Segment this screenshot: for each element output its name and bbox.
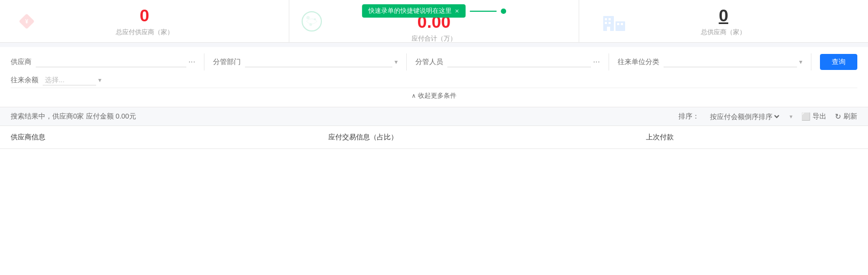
table-body [0, 149, 868, 275]
total-suppliers-value: 0 [701, 5, 746, 26]
filter-balance: 往来余额 选择... ▾ [11, 75, 110, 85]
filter-supplier: 供应商 ··· [11, 53, 204, 70]
svg-text:¥: ¥ [25, 19, 28, 25]
col-transaction-header: 应付交易信息（占比） [328, 132, 646, 142]
diamond-icon: ¥ [16, 11, 37, 32]
sort-chevron-icon: ▾ [790, 113, 793, 120]
tooltip-bubble: 快速录单的快捷键说明在这里 × [362, 4, 465, 18]
person-input[interactable] [447, 57, 591, 67]
collapse-label: 收起更多条件 [418, 91, 456, 100]
stat-total-suppliers: 0 总供应商（家） [579, 0, 868, 42]
balance-chevron[interactable]: ▾ [98, 76, 101, 84]
export-button[interactable]: ⬜ 导出 [801, 112, 826, 121]
query-button[interactable]: 查询 [820, 54, 857, 70]
category-input[interactable] [664, 57, 797, 67]
svg-point-3 [306, 16, 310, 19]
svg-point-2 [302, 12, 321, 31]
sort-select[interactable]: 按应付会额倒序排序 [708, 112, 781, 121]
payable-total-label: 应付合计（万） [412, 34, 456, 43]
stat-payable-total: 快速录单的快捷键说明在这里 × 0.00 应付合计（万） [289, 0, 579, 42]
balance-label: 往来余额 [11, 75, 38, 85]
filter-row-1: 供应商 ··· 分管部门 ▾ 分管人员 ··· 往来单位分类 ▾ 查询 [11, 53, 857, 70]
results-summary: 搜索结果中，供应商0家 应付金额 0.00元 [11, 112, 136, 121]
stats-bar: ¥ 0 总应付供应商（家） 快速录单的快捷键说明在这里 × 0.00 应付 [0, 0, 868, 43]
tooltip-line [470, 11, 496, 12]
sort-label: 排序： [678, 112, 699, 121]
supplier-label: 供应商 [11, 57, 31, 67]
svg-rect-10 [605, 22, 607, 24]
cookie-icon [300, 10, 323, 33]
balance-select[interactable]: 选择... [43, 75, 96, 85]
refresh-button[interactable]: ↻ 刷新 [835, 112, 857, 121]
total-payable-count: 0 [116, 5, 173, 26]
person-label: 分管人员 [415, 57, 443, 67]
filter-row-2: 往来余额 选择... ▾ [11, 75, 857, 85]
filter-department: 分管部门 ▾ [204, 53, 407, 70]
svg-rect-7 [616, 21, 625, 31]
filter-bar: 供应商 ··· 分管部门 ▾ 分管人员 ··· 往来单位分类 ▾ 查询 往来余额 [0, 47, 868, 107]
results-bar: 搜索结果中，供应商0家 应付金额 0.00元 排序： 按应付会额倒序排序 ▾ ⬜… [0, 107, 868, 126]
tooltip-close[interactable]: × [455, 7, 459, 15]
filter-person: 分管人员 ··· [407, 53, 609, 70]
col-supplier-header: 供应商信息 [11, 132, 328, 142]
svg-rect-8 [605, 18, 607, 20]
refresh-icon: ↻ [835, 112, 841, 121]
table-header: 供应商信息 应付交易信息（占比） 上次付款 [0, 126, 868, 149]
results-actions: 排序： 按应付会额倒序排序 ▾ ⬜ 导出 ↻ 刷新 [678, 112, 857, 121]
supplier-dots[interactable]: ··· [188, 57, 195, 67]
refresh-label: 刷新 [843, 112, 857, 121]
building-icon [601, 11, 633, 32]
department-input[interactable] [245, 57, 392, 67]
export-label: 导出 [812, 112, 826, 121]
supplier-input[interactable] [36, 57, 186, 67]
svg-rect-11 [609, 22, 611, 24]
total-suppliers-label: 总供应商（家） [701, 28, 746, 37]
col-last-payment-header: 上次付款 [646, 132, 858, 142]
category-chevron[interactable]: ▾ [799, 58, 802, 66]
svg-rect-13 [621, 23, 623, 25]
department-chevron[interactable]: ▾ [394, 58, 398, 66]
collapse-chevron-icon: ∧ [412, 92, 416, 99]
filter-category: 往来单位分类 ▾ [609, 53, 811, 70]
export-icon: ⬜ [801, 112, 810, 121]
tooltip-dot [501, 9, 506, 14]
svg-rect-14 [607, 27, 610, 31]
collapse-button[interactable]: ∧ 收起更多条件 [11, 88, 857, 103]
total-payable-label: 总应付供应商（家） [116, 28, 173, 37]
shortcut-tooltip: 快速录单的快捷键说明在这里 × [362, 4, 506, 18]
person-dots[interactable]: ··· [593, 57, 600, 67]
tooltip-text: 快速录单的快捷键说明在这里 [368, 6, 452, 15]
department-label: 分管部门 [213, 57, 241, 67]
svg-rect-12 [617, 23, 619, 25]
svg-rect-9 [609, 18, 611, 20]
stat-total-payable-suppliers: ¥ 0 总应付供应商（家） [0, 0, 289, 42]
category-label: 往来单位分类 [618, 57, 659, 67]
